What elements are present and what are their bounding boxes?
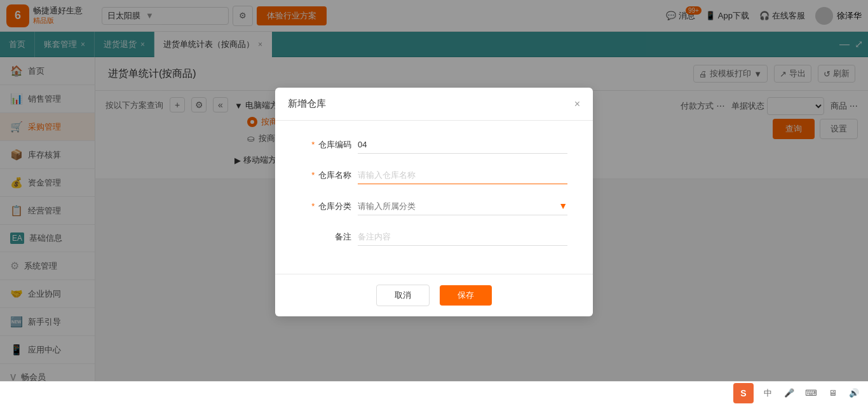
- warehouse-note-input[interactable]: [358, 228, 567, 246]
- chinese-input-icon[interactable]: 中: [760, 386, 775, 401]
- required-mark-category: *: [311, 201, 315, 211]
- warehouse-name-label: * 仓库名称: [301, 170, 351, 181]
- warehouse-code-input[interactable]: [358, 136, 567, 154]
- warehouse-category-label: * 仓库分类: [301, 201, 351, 212]
- modal-header: 新增仓库 ×: [275, 88, 593, 121]
- category-dropdown-icon[interactable]: ▼: [559, 201, 567, 211]
- add-warehouse-modal: 新增仓库 × * 仓库编码 * 仓库名称: [275, 88, 593, 316]
- warehouse-name-input[interactable]: [358, 166, 567, 184]
- bottom-bar: S 中 🎤 ⌨ 🖥 🔊: [0, 381, 868, 404]
- s-logo: S: [733, 383, 754, 403]
- required-mark-name: *: [311, 170, 315, 180]
- warehouse-note-label: 备注: [301, 231, 351, 243]
- required-mark-code: *: [311, 140, 315, 149]
- warehouse-note-row: 备注: [301, 228, 567, 246]
- modal-close-icon[interactable]: ×: [574, 98, 580, 110]
- modal-footer: 取消 保存: [275, 274, 593, 316]
- save-button[interactable]: 保存: [440, 285, 492, 306]
- warehouse-code-label: * 仓库编码: [301, 139, 351, 151]
- warehouse-category-row: * 仓库分类 ▼: [301, 197, 567, 215]
- modal-title: 新增仓库: [288, 98, 326, 110]
- modal-body: * 仓库编码 * 仓库名称 * 仓库分类: [275, 121, 593, 274]
- keyboard-icon[interactable]: ⌨: [803, 386, 818, 401]
- cancel-button[interactable]: 取消: [376, 285, 430, 306]
- warehouse-category-input[interactable]: [358, 201, 559, 211]
- warehouse-code-row: * 仓库编码: [301, 136, 567, 154]
- volume-icon[interactable]: 🔊: [846, 386, 862, 401]
- display-icon[interactable]: 🖥: [825, 386, 840, 401]
- microphone-icon[interactable]: 🎤: [782, 386, 797, 401]
- warehouse-category-wrap: ▼: [358, 197, 567, 215]
- modal-overlay[interactable]: 新增仓库 × * 仓库编码 * 仓库名称: [0, 0, 868, 404]
- warehouse-name-row: * 仓库名称: [301, 166, 567, 184]
